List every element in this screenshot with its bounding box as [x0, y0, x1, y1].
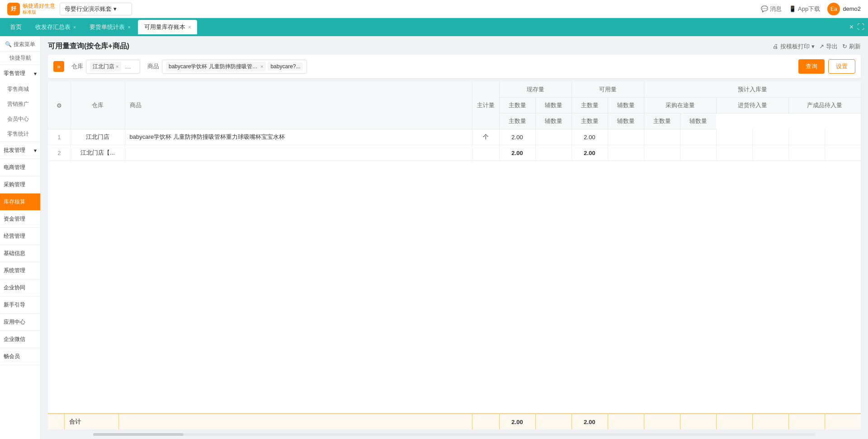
- cell-pur-main-2: [644, 145, 680, 161]
- sidebar-item-appstore[interactable]: 应用中心: [0, 314, 40, 330]
- cell-seq-2: 2: [48, 145, 71, 161]
- tab-receipt-summary[interactable]: 收发存汇总表 ×: [29, 20, 82, 34]
- logo-area: 好 畅捷通好生意 标准版: [7, 3, 55, 15]
- refresh-button[interactable]: ↻ 刷新: [842, 42, 861, 51]
- data-table: ⚙ 仓库 商品 主计量 现存量 可用量 预计入库量 主数量 辅数量 主数量 辅数…: [48, 82, 861, 161]
- sidebar-item-member[interactable]: 畅会员: [0, 348, 40, 365]
- th-finished: 产成品待入量: [788, 98, 861, 113]
- warehouse-more-icon[interactable]: ...: [125, 62, 131, 71]
- username-label: demo2: [843, 5, 861, 12]
- print-button[interactable]: 🖨 按模板打印 ▾: [773, 42, 815, 51]
- tab-order-stats[interactable]: 要货单统计表 ×: [83, 20, 137, 34]
- chevron-down-icon: ▾: [34, 71, 37, 77]
- remove-product-tag-1[interactable]: ×: [260, 64, 263, 69]
- setting-button[interactable]: 设置: [828, 59, 855, 74]
- top-bar: 好 畅捷通好生意 标准版 母婴行业演示账套 ▾ 💬 消息 📱 App下载 Ea …: [0, 0, 868, 18]
- cell-current-aux-1: [535, 129, 571, 145]
- cell-product-1: babycare学饮杯 儿童防摔防撞吸管杯重力球吸嘴杯宝宝水杯: [125, 129, 472, 145]
- sidebar-section-retail: 零售管理 ▾ 零售商城 营销推广 会员中心 零售统计: [0, 65, 40, 142]
- cell-pur-aux-1: [680, 129, 716, 145]
- cell-inc-aux-2: [752, 145, 788, 161]
- warehouse-input[interactable]: 江北门店 × ...: [86, 60, 140, 74]
- sidebar-item-retail[interactable]: 零售管理 ▾: [0, 65, 40, 82]
- sidebar-item-purchase[interactable]: 采购管理: [0, 176, 40, 193]
- sidebar-item-marketing[interactable]: 营销推广: [0, 97, 40, 112]
- sidebar-item-member-center[interactable]: 会员中心: [0, 112, 40, 127]
- sidebar-section-system: 系统管理: [0, 262, 40, 279]
- message-icon: 💬: [761, 5, 768, 12]
- sidebar-item-wholesale[interactable]: 批发管理 ▾: [0, 142, 40, 159]
- cell-fin-aux-1: [825, 129, 861, 145]
- sidebar-item-retail-shop[interactable]: 零售商城: [0, 82, 40, 97]
- th-fin-aux: 辅数量: [680, 113, 716, 129]
- cell-product-2: [125, 145, 472, 161]
- refresh-icon: ↻: [842, 43, 847, 50]
- sidebar-section-ecommerce: 电商管理: [0, 159, 40, 176]
- sidebar-section-guide: 新手引导: [0, 297, 40, 314]
- th-avail-main: 主数量: [571, 98, 608, 113]
- message-button[interactable]: 💬 消息: [761, 5, 782, 13]
- close-available-stock-tab[interactable]: ×: [188, 24, 191, 30]
- sidebar-item-finance[interactable]: 资金管理: [0, 211, 40, 227]
- table-footer: 合计 2.00 2.00: [48, 413, 861, 430]
- close-order-stats-tab[interactable]: ×: [127, 24, 130, 30]
- tab-close-all[interactable]: × ⛶: [849, 23, 864, 31]
- tab-available-stock[interactable]: 可用量库存账本 ×: [138, 20, 197, 34]
- sidebar-item-enterprise[interactable]: 企业协同: [0, 279, 40, 296]
- user-menu[interactable]: Ea demo2: [827, 3, 861, 15]
- cell-current-main-1: 2.00: [499, 129, 535, 145]
- warehouse-filter-label: 仓库: [71, 62, 83, 71]
- scrollbar-thumb[interactable]: [93, 433, 184, 436]
- product-input[interactable]: babycare学饮杯 儿童防摔防撞吸管杯重力球吸嘴杯宝宝水杯 × babyca…: [162, 60, 307, 74]
- print-dropdown-icon: ▾: [811, 43, 815, 50]
- tab-order-stats-label: 要货单统计表: [90, 23, 125, 31]
- th-pur-aux: 辅数量: [535, 113, 571, 129]
- th-unit: 主计量: [472, 82, 499, 129]
- sidebar-item-retail-stats[interactable]: 零售统计: [0, 127, 40, 142]
- th-inc-main: 主数量: [571, 113, 608, 129]
- cell-inc-aux-1: [752, 129, 788, 145]
- horizontal-scrollbar[interactable]: [48, 430, 861, 439]
- cell-inc-main-1: [716, 129, 752, 145]
- cell-avail-main-2: 2.00: [571, 145, 608, 161]
- th-avail-aux: 辅数量: [608, 98, 644, 113]
- logo-icon: 好: [7, 3, 20, 15]
- cell-fin-main-1: [788, 129, 825, 145]
- query-button[interactable]: 查询: [798, 59, 825, 74]
- cell-warehouse-1: 江北门店: [71, 129, 125, 145]
- cell-seq-1: 1: [48, 129, 71, 145]
- cell-fin-aux-2: [825, 145, 861, 161]
- cell-current-aux-2: [535, 145, 571, 161]
- footer-avail-main: 2.00: [571, 414, 608, 430]
- app-download-button[interactable]: 📱 App下载: [789, 5, 820, 13]
- sidebar-quick-nav[interactable]: 快捷导航: [0, 52, 40, 65]
- scrollbar-track: [93, 433, 816, 436]
- th-product: 商品: [125, 82, 472, 129]
- sidebar-item-wecom[interactable]: 企业微信: [0, 331, 40, 348]
- footer-fin-aux: [825, 414, 861, 430]
- cell-avail-main-1: 2.00: [571, 129, 608, 145]
- th-warehouse: 仓库: [71, 82, 125, 129]
- sidebar-search[interactable]: 🔍 搜索菜单: [0, 36, 40, 52]
- sidebar-item-basic[interactable]: 基础信息: [0, 245, 40, 262]
- th-purchase-transit: 采购在途量: [644, 98, 716, 113]
- industry-selector[interactable]: 母婴行业演示账套 ▾: [60, 3, 132, 15]
- footer-inc-main: [716, 414, 752, 430]
- tab-available-stock-label: 可用量库存账本: [144, 23, 185, 31]
- sidebar-item-operations[interactable]: 经营管理: [0, 228, 40, 245]
- remove-warehouse-tag[interactable]: ×: [116, 64, 118, 69]
- filter-expand-button[interactable]: »: [53, 61, 64, 72]
- tab-home-label: 首页: [10, 23, 22, 31]
- filter-warehouse-field: 仓库 江北门店 × ...: [71, 60, 140, 74]
- sidebar-item-guide[interactable]: 新手引导: [0, 297, 40, 313]
- th-current-aux: 辅数量: [535, 98, 571, 113]
- th-incoming: 进货待入量: [716, 98, 788, 113]
- close-receipt-summary-tab[interactable]: ×: [73, 24, 76, 30]
- tab-home[interactable]: 首页: [4, 20, 28, 34]
- sidebar-item-inventory[interactable]: 库存核算: [0, 194, 40, 210]
- export-button[interactable]: ↗ 导出: [819, 42, 838, 51]
- sidebar-item-system[interactable]: 系统管理: [0, 262, 40, 279]
- product-tag-2: babycare?...: [268, 62, 303, 71]
- expand-icon: ⛶: [857, 23, 864, 31]
- sidebar-item-ecommerce[interactable]: 电商管理: [0, 159, 40, 176]
